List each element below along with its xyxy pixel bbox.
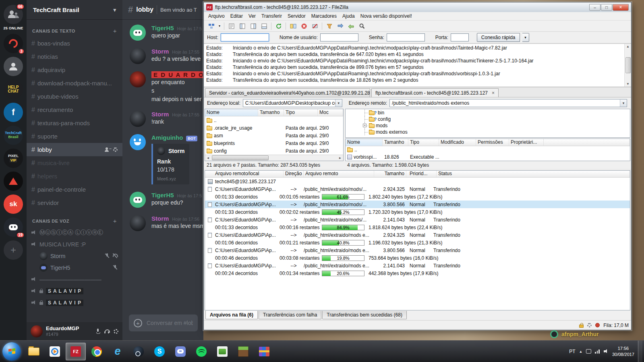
menu-item[interactable]: Editar <box>228 12 246 20</box>
start-button[interactable] <box>2 342 21 361</box>
menu-item[interactable]: Servidor <box>285 12 309 20</box>
search-icon[interactable] <box>357 21 367 31</box>
taskbar-minecraft[interactable] <box>233 343 253 360</box>
voice-channel-sala-vip[interactable]: S A L A V I P <box>27 285 122 297</box>
message-author[interactable]: Storm <box>151 111 169 118</box>
message-author[interactable]: Amiguinho <box>151 134 183 141</box>
queue-server-row[interactable]: techc845@192.185.223.127 <box>205 178 630 185</box>
remote-tree-item[interactable]: + ? config <box>346 116 630 122</box>
username-input[interactable] <box>320 33 358 41</box>
channel-item[interactable]: # boas-vindas <box>27 37 122 50</box>
menu-item[interactable]: Marcadores <box>309 12 340 20</box>
create-channel-button[interactable]: + <box>113 27 117 34</box>
site-manager-icon[interactable] <box>206 21 216 31</box>
remote-path-combo[interactable]: /public_html/extraido/mods externos ▾ <box>389 99 627 107</box>
server-icon-pixel-vip[interactable]: PIXEL VIP <box>4 149 23 168</box>
secure-connection-icon[interactable] <box>579 325 584 328</box>
channel-item[interactable]: # suporte <box>27 130 122 143</box>
toggle-queue-icon[interactable] <box>259 21 269 31</box>
voice-channel-item[interactable]: MUSICA LIVRE :P <box>27 238 122 250</box>
column-header[interactable] <box>544 139 630 146</box>
hidden-icons-chevron[interactable]: ▲ <box>579 350 583 354</box>
voice-channel-item[interactable]: ——————————— <box>27 273 122 285</box>
horizontal-scrollbar[interactable]: ◄ ► <box>205 155 343 161</box>
channel-item[interactable]: # musica-livre <box>27 156 122 170</box>
column-header[interactable]: Nome <box>205 109 258 116</box>
scrollbar-thumb[interactable] <box>625 57 631 73</box>
avatar[interactable] <box>130 71 146 87</box>
compare-icon[interactable] <box>335 21 345 31</box>
message-author[interactable]: Storm <box>151 48 169 55</box>
text-channels-category[interactable]: CANAIS DE TEXTO + <box>27 19 122 37</box>
remote-tree-item[interactable]: + ? mods externos <box>346 129 630 135</box>
server-header[interactable]: TechCraft Brasil ▾ <box>27 0 122 19</box>
column-header[interactable]: Tipo <box>284 109 318 116</box>
avatar[interactable] <box>130 215 146 231</box>
queue-item[interactable]: C:\Users\EduardoMGP\Ap... --> /public_ht… <box>205 216 630 231</box>
avatar[interactable] <box>130 48 146 64</box>
user-settings-icon[interactable] <box>114 329 118 334</box>
channel-settings-icon[interactable] <box>113 147 118 152</box>
cancel-icon[interactable] <box>299 21 309 31</box>
scroll-up-icon[interactable]: ▲ <box>626 45 630 48</box>
log-scrollbar[interactable]: ▲ ▼ <box>624 44 631 87</box>
voice-user-storm[interactable]: Storm <box>27 250 122 262</box>
menu-item[interactable]: Transferir <box>259 12 285 20</box>
column-header[interactable]: Direção <box>284 171 304 177</box>
taskbar-skype[interactable]: S <box>149 343 170 360</box>
voice-channels-category[interactable]: CANAIS DE VOZ + <box>27 209 122 227</box>
server-icon-avatar[interactable] <box>4 57 23 76</box>
channel-item[interactable]: # servidor <box>27 196 122 209</box>
column-header[interactable]: Moc <box>318 109 343 116</box>
remote-file-row[interactable]: .. <box>346 146 630 153</box>
taskbar-chrome[interactable] <box>87 343 107 360</box>
taskbar-winrar[interactable] <box>254 343 274 360</box>
filter-icon[interactable] <box>324 21 334 31</box>
channel-item[interactable]: # noticias <box>27 50 122 63</box>
queue-item[interactable]: C:\Users\EduardoMGP\Ap... --> /public_ht… <box>205 201 630 216</box>
avatar[interactable] <box>130 134 146 150</box>
mic-icon[interactable] <box>96 329 100 334</box>
add-server-button[interactable]: + <box>4 240 23 260</box>
column-header[interactable]: Tipo <box>408 139 439 146</box>
column-header[interactable]: Tamanho <box>383 139 408 146</box>
column-header[interactable]: Status <box>437 171 630 177</box>
message-author[interactable]: TigerH5 <box>151 25 174 31</box>
volume-icon[interactable] <box>604 349 609 354</box>
queue-tab[interactable]: Transferências com falha <box>259 311 321 319</box>
server-tab[interactable]: ftp.techcraftbrasil.com - techc845@192.1… <box>371 88 499 97</box>
remote-tree-item[interactable]: + ? mods <box>346 122 630 129</box>
discord-home-button[interactable]: 66 <box>4 5 23 24</box>
server-icon-f[interactable]: f <box>4 103 23 122</box>
quickconnect-dropdown[interactable]: ▾ <box>522 33 529 42</box>
local-path-combo[interactable]: C:\Users\EduardoMGP\Desktop\backup cor ▾ <box>243 99 342 107</box>
server-icon-discord[interactable]: 19 <box>4 217 23 237</box>
local-file-row[interactable]: .. <box>205 116 343 124</box>
local-file-row[interactable]: asm Pasta de arqui... 29/0 <box>205 132 343 139</box>
queue-item[interactable]: C:\Users\EduardoMGP\Ap... --> /public_ht… <box>205 262 630 277</box>
disconnect-icon[interactable] <box>310 21 320 31</box>
message-author[interactable]: Storm <box>151 215 169 222</box>
minimize-button[interactable]: – <box>589 4 601 11</box>
column-header[interactable]: Proprietári... <box>509 139 544 146</box>
column-header[interactable]: Tamanho <box>258 109 284 116</box>
taskbar-spotify[interactable] <box>191 343 211 360</box>
close-tab-icon[interactable]: × <box>492 90 495 96</box>
channel-item[interactable]: # recrutamento <box>27 103 122 116</box>
user-avatar[interactable] <box>31 325 43 337</box>
host-input[interactable] <box>221 33 269 41</box>
menu-item[interactable]: Ver <box>246 12 259 20</box>
title-bar[interactable]: FZ ftp.techcraftbrasil.com - techc845@19… <box>204 2 631 12</box>
invite-icon[interactable] <box>105 147 110 152</box>
avatar[interactable] <box>130 192 146 208</box>
local-file-row[interactable]: blueprints Pasta de arqui... 29/0 <box>205 139 343 147</box>
scroll-down-icon[interactable]: ▼ <box>626 82 630 86</box>
settings-icon[interactable] <box>587 323 592 327</box>
local-file-row[interactable]: config Pasta de arqui... 29/0 <box>205 147 343 155</box>
password-input[interactable] <box>387 33 425 41</box>
taskbar-discord[interactable] <box>170 343 191 360</box>
server-icon-triangle[interactable] <box>4 172 23 191</box>
channel-item[interactable]: # painel-de-controle <box>27 183 122 196</box>
quickconnect-button[interactable]: Conexão rápida <box>477 33 520 42</box>
taskbar-internet-explorer[interactable]: e <box>108 343 128 360</box>
